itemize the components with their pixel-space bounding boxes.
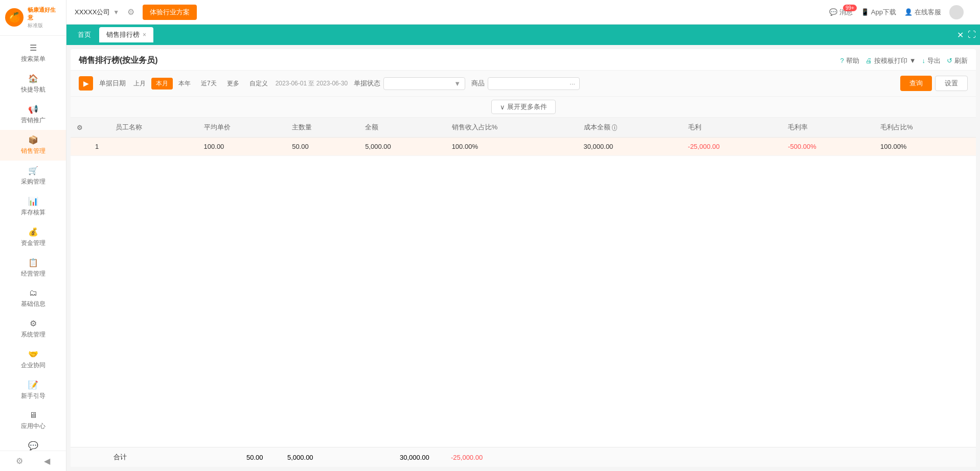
sidebar-item-label: 基础信息 xyxy=(21,300,45,308)
query-button[interactable]: 查询 xyxy=(900,76,932,91)
logo-icon: 🍊 xyxy=(5,8,24,27)
footer-quantity: 50.00 xyxy=(246,454,287,461)
date-btn-last-month[interactable]: 上月 xyxy=(129,78,150,89)
sidebar-item-inventory[interactable]: 📊 库存核算 xyxy=(0,191,66,222)
company-name: XXXXX公司 xyxy=(75,8,110,17)
logo-sub: 标准版 xyxy=(28,22,61,29)
print-chevron-icon: ▼ xyxy=(909,57,916,64)
message-badge: 99+ xyxy=(843,5,857,11)
date-btn-custom[interactable]: 自定义 xyxy=(245,78,272,89)
cell-rank: 1 xyxy=(89,138,109,156)
sidebar-item-basic[interactable]: 🗂 基础信息 xyxy=(0,283,66,313)
wechat-icon: 💬 xyxy=(28,441,38,451)
sidebar-item-label: 销售管理 xyxy=(21,147,45,155)
sidebar-item-wechat[interactable]: 💬 企业微信 xyxy=(0,436,66,451)
date-options: 上月 本月 本年 近7天 更多 自定义 xyxy=(129,78,272,89)
status-filter: 单据状态 ▼ xyxy=(354,77,465,90)
company-selector[interactable]: XXXXX公司 ▼ xyxy=(75,8,119,17)
sales-icon: 📦 xyxy=(28,135,38,145)
system-icon: ⚙ xyxy=(30,319,37,328)
col-avg-price: 平均单价 xyxy=(198,118,286,138)
sidebar-item-label: 营销推广 xyxy=(21,116,45,125)
tab-close-icon[interactable]: × xyxy=(143,31,146,38)
help-button[interactable]: ? 帮助 xyxy=(840,56,859,65)
export-button[interactable]: ↓ 导出 xyxy=(922,56,941,65)
col-rank xyxy=(89,118,109,138)
goods-label: 商品 xyxy=(471,79,485,88)
sidebar-item-appstore[interactable]: 🖥 应用中心 xyxy=(0,406,66,436)
sidebar-item-operation[interactable]: 📋 经营管理 xyxy=(0,253,66,283)
sidebar-item-label: 企业协同 xyxy=(21,361,45,370)
template-print-button[interactable]: 🖨 按模板打印 ▼ xyxy=(865,56,916,65)
table-header-row: ⚙ 员工名称 平均单价 主数量 全额 销售收入占比% 成本全额 i 毛利 毛利率… xyxy=(71,118,976,138)
col-settings[interactable]: ⚙ xyxy=(71,118,89,138)
col-employee: 员工名称 xyxy=(109,118,198,138)
date-btn-this-year[interactable]: 本年 xyxy=(174,78,195,89)
basic-icon: 🗂 xyxy=(29,288,37,298)
expand-more-button[interactable]: ∨ 展开更多条件 xyxy=(491,100,556,114)
cell-gross: -25,000.00 xyxy=(682,138,782,156)
footer-gross: -25,000.00 xyxy=(451,454,502,461)
sidebar-settings-icon[interactable]: ⚙ xyxy=(16,456,23,466)
col-cost: 成本全额 i xyxy=(578,118,682,138)
goods-select[interactable]: ··· xyxy=(488,77,580,90)
cell-employee xyxy=(109,138,198,156)
message-item[interactable]: 💬 消息 99+ xyxy=(829,8,853,17)
sidebar-bottom: ⚙ ◀ xyxy=(0,451,66,471)
date-btn-more[interactable]: 更多 xyxy=(222,78,244,89)
table-row: 1 100.00 50.00 5,000.00 100.00% 30,000.0… xyxy=(71,138,976,156)
online-service-item[interactable]: 👤 在线客服 xyxy=(904,8,941,17)
sidebar-item-collab[interactable]: 🤝 企业协同 xyxy=(0,344,66,375)
sidebar-item-purchase[interactable]: 🛒 采购管理 xyxy=(0,161,66,191)
export-icon: ↓ xyxy=(922,57,926,64)
trial-button[interactable]: 体验行业方案 xyxy=(143,5,197,20)
header-right: 💬 消息 99+ 📱 App下载 👤 在线客服 xyxy=(829,5,972,19)
page-actions: ? 帮助 🖨 按模板打印 ▼ ↓ 导出 ↺ 刷新 xyxy=(840,56,968,65)
page-header: 销售排行榜(按业务员) ? 帮助 🖨 按模板打印 ▼ ↓ 导出 xyxy=(71,49,976,71)
col-sales-ratio: 销售收入占比% xyxy=(446,118,578,138)
cell-avg-price: 100.00 xyxy=(198,138,286,156)
sidebar: 🍊 畅康通好生意 标准版 ☰ 搜索菜单 🏠 快捷导航 📢 营销推广 📦 销售管理… xyxy=(0,0,66,471)
filter-toggle-button[interactable]: ▶ xyxy=(79,76,93,91)
date-filter: 单据日期 上月 本月 本年 近7天 更多 自定义 2023-06-01 至 20… xyxy=(99,78,348,89)
refresh-button[interactable]: ↺ 刷新 xyxy=(947,56,968,65)
sidebar-item-label: 搜索菜单 xyxy=(21,55,45,63)
settings-button[interactable]: 设置 xyxy=(935,76,968,91)
date-btn-this-month[interactable]: 本月 xyxy=(151,78,173,89)
top-header: XXXXX公司 ▼ ⚙ 体验行业方案 💬 消息 99+ 📱 App下载 👤 在线… xyxy=(66,0,980,25)
user-avatar[interactable] xyxy=(949,5,964,19)
expand-more-label: 展开更多条件 xyxy=(507,102,547,111)
company-chevron-icon: ▼ xyxy=(113,9,119,16)
sidebar-collapse-icon[interactable]: ◀ xyxy=(44,456,50,466)
app-download-item[interactable]: 📱 App下载 xyxy=(861,8,896,17)
tab-home[interactable]: 首页 xyxy=(71,27,98,42)
print-icon: 🖨 xyxy=(865,57,872,64)
sidebar-item-marketing[interactable]: 📢 营销推广 xyxy=(0,99,66,130)
header-settings-icon[interactable]: ⚙ xyxy=(127,7,134,17)
sidebar-item-search-order[interactable]: ☰ 搜索菜单 xyxy=(0,38,66,69)
marketing-icon: 📢 xyxy=(28,104,38,114)
refresh-icon: ↺ xyxy=(947,57,952,64)
tab-maximize-icon[interactable]: ⛶ xyxy=(968,30,976,40)
sidebar-item-quick-nav[interactable]: 🏠 快捷导航 xyxy=(0,69,66,99)
template-print-label: 按模板打印 xyxy=(874,56,907,65)
col-gross-ratio: 毛利占比% xyxy=(874,118,976,138)
tab-sales-ranking[interactable]: 销售排行榜 × xyxy=(99,27,153,42)
sidebar-item-sales[interactable]: 📦 销售管理 xyxy=(0,130,66,161)
export-label: 导出 xyxy=(927,56,941,65)
service-icon: 👤 xyxy=(904,8,913,16)
appstore-icon: 🖥 xyxy=(29,411,37,420)
sidebar-item-label: 快捷导航 xyxy=(21,85,45,94)
sidebar-item-finance[interactable]: 💰 资金管理 xyxy=(0,222,66,253)
sidebar-item-system[interactable]: ⚙ 系统管理 xyxy=(0,313,66,344)
status-select[interactable]: ▼ xyxy=(383,77,465,90)
tab-close-window-icon[interactable]: ✕ xyxy=(957,30,964,40)
cell-gross-ratio: 100.00% xyxy=(874,138,976,156)
sidebar-item-guide[interactable]: 📝 新手引导 xyxy=(0,375,66,406)
tab-current-label: 销售排行榜 xyxy=(106,30,140,39)
date-btn-7days[interactable]: 近7天 xyxy=(196,78,221,89)
tab-bar-actions: ✕ ⛶ xyxy=(957,30,976,40)
message-icon: 💬 xyxy=(829,8,837,16)
query-buttons: 查询 设置 xyxy=(900,76,968,91)
data-table: ⚙ 员工名称 平均单价 主数量 全额 销售收入占比% 成本全额 i 毛利 毛利率… xyxy=(71,118,976,156)
